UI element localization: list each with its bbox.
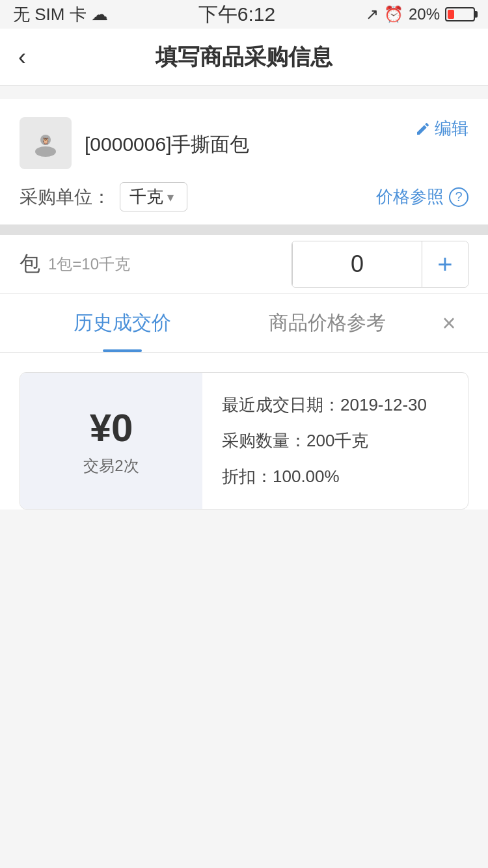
tab-product-price-ref-label: 商品价格参考 [269,310,386,336]
svg-point-1 [35,146,56,157]
quantity-controls: 0 + [291,241,468,288]
sim-status: 无 SIM 卡 ☁ [13,3,108,26]
unit-value: 千克 [129,185,163,208]
product-card: 🦉 [0000006]手撕面包 编辑 采购单位： 千克 价格参照 ? [0,99,488,224]
price-amount: 0 [111,406,133,450]
tab-history-price-label: 历史成交价 [74,310,171,336]
page-rest [0,529,488,868]
edit-icon [415,121,431,137]
discount-row: 折扣：100.00% [222,464,448,489]
currency-symbol: ¥ [90,406,111,450]
package-sub: 1包=10千克 [48,254,130,275]
unit-left: 采购单位： 千克 [20,182,187,211]
discount-label: 折扣： [222,467,273,486]
battery-icon [445,7,475,21]
product-thumbnail: 🦉 [20,117,72,169]
status-left: 无 SIM 卡 ☁ [13,3,108,26]
tabs-header: 历史成交价 商品价格参考 × [0,294,488,353]
price-ref-icon: ? [449,187,468,207]
price-value: ¥0 [90,405,133,450]
quantity-display[interactable]: 0 [292,241,422,287]
page-title: 填写商品采购信息 [156,42,332,72]
status-bar: 无 SIM 卡 ☁ 下午6:12 ↗ ⏰ 20% [0,0,488,29]
purchase-quantity-value: 200千克 [306,431,368,450]
discount-value: 100.00% [273,467,340,486]
tabs-container: 历史成交价 商品价格参考 × ¥0 交易2次 最近成交日期：2019-12-30… [0,293,488,509]
recent-date-value: 2019-12-30 [340,395,427,414]
product-header: 🦉 [0000006]手撕面包 编辑 [20,117,468,169]
battery-percent: 20% [409,5,440,23]
price-card-right: 最近成交日期：2019-12-30 采购数量：200千克 折扣：100.00% [202,373,468,509]
status-time: 下午6:12 [198,1,275,28]
tab-history-price[interactable]: 历史成交价 [20,294,224,352]
location-icon: ↗ [366,5,379,23]
svg-text:🦉: 🦉 [42,137,50,145]
alarm-icon: ⏰ [384,5,403,23]
tab-product-price-ref[interactable]: 商品价格参考 [224,294,429,352]
price-ref-label: 价格参照 [376,185,444,208]
price-ref-button[interactable]: 价格参照 ? [376,185,468,208]
back-button[interactable]: ‹ [18,44,26,71]
product-image-icon: 🦉 [29,127,62,159]
package-label: 包 [20,250,40,278]
purchase-quantity-label: 采购数量： [222,431,306,450]
quantity-row: 包 1包=10千克 0 + [0,235,488,293]
nav-bar: ‹ 填写商品采购信息 [0,29,488,86]
purchase-quantity-row: 采购数量：200千克 [222,428,448,454]
tab-close-button[interactable]: × [429,304,468,343]
product-left: 🦉 [0000006]手撕面包 [20,117,249,169]
quantity-label: 包 1包=10千克 [20,250,130,278]
product-name: [0000006]手撕面包 [85,131,249,158]
quantity-add-button[interactable]: + [422,241,468,287]
price-card: ¥0 交易2次 最近成交日期：2019-12-30 采购数量：200千克 折扣：… [20,372,468,509]
unit-select[interactable]: 千克 [120,182,187,211]
product-unit-row: 采购单位： 千克 价格参照 ? [20,182,468,211]
recent-date-row: 最近成交日期：2019-12-30 [222,392,448,418]
unit-label: 采购单位： [20,185,111,210]
recent-date-label: 最近成交日期： [222,395,340,414]
tab-underline [103,349,142,352]
edit-label: 编辑 [435,117,468,140]
price-card-left: ¥0 交易2次 [20,373,202,509]
price-transactions: 交易2次 [83,455,139,476]
status-right: ↗ ⏰ 20% [366,5,475,23]
edit-button[interactable]: 编辑 [415,117,468,140]
divider [0,224,488,235]
